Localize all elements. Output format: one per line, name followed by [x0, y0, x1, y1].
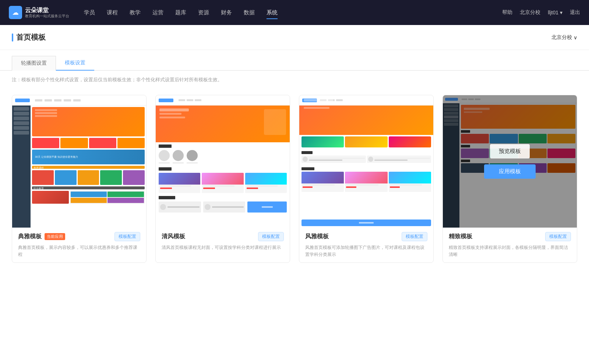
template-desc-4: 精致首页模板支持课程展示封面，各模板分隔明显，界面简洁清晰	[449, 244, 571, 258]
template-footer-3: 风雅模板 模板配置 风雅首页模板可添加轮播图下广告图片，可对课程及课程包设置学科…	[299, 228, 433, 263]
logo-main: 云朵课堂	[25, 7, 69, 14]
t2-header	[156, 95, 290, 106]
template-preview-2[interactable]	[156, 95, 290, 228]
t2-banner	[156, 106, 290, 142]
template-desc-1: 典雅首页模板，展示内容较多，可以展示优惠券和多个推荐课程	[18, 244, 140, 258]
template-name-4: 精致模板	[449, 233, 472, 240]
t1-main: 30天 让你摆脱平庸 知识使你更有魅力 推荐课程 职业教育	[31, 106, 146, 228]
template-config-btn-1[interactable]: 模板配置	[114, 232, 140, 241]
t1-nav	[35, 99, 81, 101]
note-text: 注：模板有部分个性化样式设置，设置后仅当前模板生效；非个性化样式设置后针对所有模…	[0, 71, 589, 89]
nav-item-resources[interactable]: 资源	[198, 8, 209, 18]
branch-name: 北京分校	[551, 34, 572, 41]
template-footer-1: 典雅模板 当前应用 模板配置 典雅首页模板，展示内容较多，可以展示优惠券和多个推…	[12, 228, 146, 263]
nav-branch[interactable]: 北京分校	[520, 9, 540, 16]
t1-coupon-row	[32, 138, 145, 148]
template-title-row-3: 风雅模板 模板配置	[305, 232, 427, 241]
nav-item-operations[interactable]: 运营	[152, 8, 163, 18]
template-name-1: 典雅模板	[18, 233, 42, 240]
nav-right: 帮助 北京分校 lljt01 ▾ 退出	[502, 9, 580, 16]
tab-template[interactable]: 模板设置	[56, 56, 94, 71]
page-header: 首页模板 北京分校 ∨	[0, 25, 589, 50]
template-sim-1: 30天 让你摆脱平庸 知识使你更有魅力 推荐课程 职业教育	[12, 95, 146, 228]
t1-body: 30天 让你摆脱平庸 知识使你更有魅力 推荐课程 职业教育	[12, 106, 146, 228]
templates-grid: 30天 让你摆脱平庸 知识使你更有魅力 推荐课程 职业教育	[0, 89, 589, 278]
t3-promo-cards	[299, 135, 433, 150]
template-title-row-4: 精致模板 模板配置	[449, 232, 571, 241]
logo-icon: ☁	[9, 6, 22, 19]
nav-help[interactable]: 帮助	[502, 9, 512, 16]
template-overlay-4: 预览模板 应用模板	[443, 95, 577, 228]
t1-banner	[32, 107, 145, 136]
template-card-1: 30天 让你摆脱平庸 知识使你更有魅力 推荐课程 职业教育	[12, 95, 147, 263]
t1-sidebar	[12, 106, 31, 228]
logo-text: 云朵课堂 教育机构一站式服务云平台	[25, 7, 69, 18]
template-name-3: 风雅模板	[305, 233, 329, 240]
template-preview-3[interactable]	[299, 95, 433, 228]
nav-item-courses[interactable]: 课程	[107, 8, 118, 18]
nav-left: ☁ 云朵课堂 教育机构一站式服务云平台 学员 课程 教学 运营 题库 资源 财务…	[9, 6, 278, 19]
nav-item-data[interactable]: 数据	[244, 8, 255, 18]
nav-logout[interactable]: 退出	[570, 9, 580, 16]
nav-item-teaching[interactable]: 教学	[130, 8, 141, 18]
template-footer-4: 精致模板 模板配置 精致首页模板支持课程展示封面，各模板分隔明显，界面简洁清晰	[443, 228, 577, 263]
template-title-row-2: 清风模板 模板配置	[162, 232, 284, 241]
nav-username: lljt01	[548, 10, 558, 15]
template-title-row-1: 典雅模板 当前应用 模板配置	[18, 232, 140, 241]
template-config-btn-2[interactable]: 模板配置	[258, 232, 284, 241]
preview-template-btn[interactable]: 预览模板	[490, 144, 530, 158]
t1-promo: 30天 让你摆脱平庸 知识使你更有魅力	[32, 150, 145, 164]
t2-courses-section	[156, 166, 290, 195]
template-card-2: 清风模板 模板配置 清风首页模板课程无封面，可设置按学科分类对课程进行展示	[155, 95, 290, 263]
page-title: 首页模板	[12, 32, 46, 42]
t3-banner	[299, 106, 433, 135]
template-name-2: 清风模板	[162, 233, 185, 240]
t1-header	[12, 95, 146, 106]
nav-menu: 学员 课程 教学 运营 题库 资源 财务 数据 系统	[84, 8, 278, 18]
template-desc-2: 清风首页模板课程无封面，可设置按学科分类对课程进行展示	[162, 244, 284, 251]
template-desc-3: 风雅首页模板可添加轮播图下广告图片，可对课程及课程包设置学科分类展示	[305, 244, 427, 258]
apply-template-btn[interactable]: 应用模板	[484, 164, 536, 179]
t3-bottom-btn	[299, 218, 433, 228]
nav-user[interactable]: lljt01 ▾	[548, 10, 562, 15]
tabs-bar: 轮播图设置 模板设置	[0, 56, 589, 71]
t3-public-courses	[299, 150, 433, 167]
tab-carousel[interactable]: 轮播图设置	[12, 56, 56, 71]
template-sim-3	[299, 95, 433, 228]
nav-item-system[interactable]: 系统	[267, 8, 278, 18]
template-sim-2	[156, 95, 290, 228]
template-footer-2: 清风模板 模板配置 清风首页模板课程无封面，可设置按学科分类对课程进行展示	[156, 228, 290, 256]
template-config-btn-4[interactable]: 模板配置	[545, 232, 571, 241]
logo-sub: 教育机构一站式服务云平台	[25, 14, 69, 18]
t1-courses	[32, 170, 145, 185]
template-preview-4[interactable]: 预览模板 应用模板	[443, 95, 577, 228]
t3-recommend-courses	[299, 167, 433, 193]
logo: ☁ 云朵课堂 教育机构一站式服务云平台	[9, 6, 69, 19]
t2-section-label	[156, 142, 290, 166]
branch-selector[interactable]: 北京分校 ∨	[551, 34, 577, 41]
t2-lecturers	[156, 195, 290, 214]
template-preview-1[interactable]: 30天 让你摆脱平庸 知识使你更有魅力 推荐课程 职业教育	[12, 95, 146, 228]
template-config-btn-3[interactable]: 模板配置	[402, 232, 427, 241]
branch-arrow: ∨	[574, 35, 577, 40]
template-card-3: 风雅模板 模板配置 风雅首页模板可添加轮播图下广告图片，可对课程及课程包设置学科…	[299, 95, 434, 263]
page-content: 首页模板 北京分校 ∨ 轮播图设置 模板设置 注：模板有部分个性化样式设置，设置…	[0, 25, 589, 364]
nav-item-finance[interactable]: 财务	[221, 8, 232, 18]
nav-item-students[interactable]: 学员	[84, 8, 95, 18]
template-card-4: 预览模板 应用模板 精致模板 模板配置 精致首页模板支持课程展示封面，各模板分隔…	[442, 95, 577, 263]
nav-user-arrow: ▾	[560, 10, 562, 15]
nav-item-questions[interactable]: 题库	[175, 8, 186, 18]
template-current-badge-1: 当前应用	[45, 233, 65, 240]
navigation: ☁ 云朵课堂 教育机构一站式服务云平台 学员 课程 教学 运营 题库 资源 财务…	[0, 0, 589, 25]
t1-logo	[15, 99, 30, 102]
